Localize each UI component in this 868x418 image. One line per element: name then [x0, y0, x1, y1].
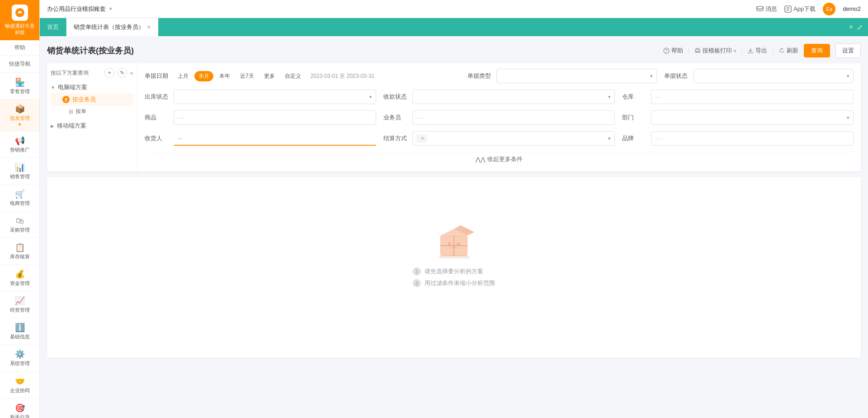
sidebar-search-label[interactable]: 帮助: [14, 44, 25, 52]
mobile-group-label: 移动端方案: [57, 122, 86, 130]
sales-label: 销售管理: [10, 174, 30, 180]
sidebar-search-section[interactable]: 帮助: [0, 40, 39, 56]
marketing-label: 营销推广: [10, 147, 30, 153]
tab-bar: 首页 销货单统计表（按业务员） × × ⤢: [40, 18, 868, 36]
print-dropdown-icon[interactable]: ▾: [734, 48, 736, 53]
message-icon: [756, 5, 764, 13]
date-btn-thisyear[interactable]: 本年: [215, 71, 234, 81]
filter-group-docstatus: 单据状态 ▾: [664, 69, 854, 83]
scheme-group-mobile: ▶ 移动端方案: [51, 120, 133, 132]
print-button[interactable]: 按模板打印 ▾: [694, 47, 736, 55]
scheme-group-desktop: ▼ 电脑端方案 按业务员 ⊞ 按单: [51, 81, 133, 117]
sales-icon: 📊: [15, 162, 25, 172]
export-button[interactable]: 导出: [747, 47, 767, 55]
date-btn-7days[interactable]: 近7天: [236, 71, 258, 81]
ecommerce-label: 电商管理: [10, 200, 30, 206]
scheme-collapse-btn[interactable]: «: [130, 69, 133, 76]
download-icon: [784, 5, 792, 13]
sidebar-item-retail[interactable]: 🏪 零售管理: [0, 73, 39, 100]
query-button[interactable]: 查询: [804, 44, 830, 57]
payment-select[interactable]: × ▾: [412, 131, 615, 146]
payment-tag-close[interactable]: ×: [421, 135, 424, 142]
sidebar-item-system[interactable]: ⚙️ 系统管理: [0, 345, 39, 371]
query-panel: 按以下方案查询 + ✎ « ▼ 电脑端方案: [47, 63, 861, 171]
retail-label: 零售管理: [10, 89, 30, 95]
svg-rect-6: [696, 51, 699, 52]
sidebar-item-ecommerce[interactable]: 🛒 电商管理: [0, 185, 39, 211]
sidebar-item-wholesale[interactable]: 📦 批发管理 ▲: [0, 100, 39, 131]
message-button[interactable]: 消息: [756, 5, 777, 13]
sidebar-item-operations[interactable]: 📈 经营管理: [0, 291, 39, 318]
scheme-sub-item-order[interactable]: ⊞ 按单: [51, 106, 133, 117]
sidebar-nav-section[interactable]: 快捷导航: [0, 56, 39, 73]
brand-label: 品牌: [622, 134, 647, 142]
marketing-icon: 📢: [15, 136, 25, 146]
scheme-add-icon[interactable]: +: [104, 68, 114, 78]
scheme-group-mobile-header[interactable]: ▶ 移动端方案: [51, 120, 133, 132]
department-select[interactable]: ▾: [651, 110, 854, 125]
date-btn-lastmonth[interactable]: 上月: [174, 71, 193, 81]
sidebar-logo[interactable]: 畅捷通好生意 标版: [0, 0, 39, 40]
scheme-panel-header: 按以下方案查询 + ✎ «: [51, 68, 133, 78]
scheme-group-desktop-header[interactable]: ▼ 电脑端方案: [51, 81, 133, 93]
salesperson-select[interactable]: ···: [412, 110, 615, 125]
date-btn-thismonth[interactable]: 本月: [194, 71, 213, 81]
tutorial-icon: 🎯: [15, 403, 25, 413]
warehouse-label: 仓库: [622, 93, 647, 101]
warehouse-select[interactable]: ···: [651, 90, 854, 104]
docstatus-select[interactable]: ▾: [693, 69, 854, 83]
sidebar-item-finance[interactable]: 💰 资金管理: [0, 265, 39, 291]
title-dropdown-icon[interactable]: ▾: [109, 6, 112, 12]
tab-maximize-btn[interactable]: ⤢: [857, 23, 863, 32]
consignee-input[interactable]: [174, 131, 376, 146]
empty-state: ? * 1 请先选择要分析的方案 2 用过滤条件来缩小分析范围: [47, 177, 861, 323]
sidebar-item-marketing[interactable]: 📢 营销推广: [0, 131, 39, 158]
date-btn-custom[interactable]: 自定义: [281, 71, 305, 81]
receiptstatus-select[interactable]: ▾: [412, 90, 615, 104]
brand-select[interactable]: ···: [651, 131, 854, 146]
sidebar-nav-label[interactable]: 快捷导航: [9, 58, 31, 70]
filter-row-4: 收货人 结算方式 × ▾ 品牌: [145, 131, 854, 146]
scheme-edit-icon[interactable]: ✎: [117, 68, 127, 78]
svg-point-13: [448, 242, 451, 245]
filter-group-goods: 商品 ···: [145, 110, 376, 125]
top-header-left: 办公用品行业模拟账套 ▾: [47, 5, 112, 13]
docstatus-chevron: ▾: [847, 73, 849, 79]
goods-more: ···: [178, 114, 184, 121]
outstatus-chevron: ▾: [369, 94, 372, 100]
purchase-icon: 🛍: [16, 216, 24, 226]
user-name[interactable]: demo2: [843, 5, 861, 12]
app-download-button[interactable]: App下载: [784, 5, 816, 13]
tab-home[interactable]: 首页: [40, 18, 66, 36]
doctype-select[interactable]: ▾: [496, 69, 657, 83]
tab-sales-stat-close[interactable]: ×: [147, 24, 151, 30]
goods-select[interactable]: ···: [174, 110, 376, 125]
scheme-item-salesperson[interactable]: 按业务员: [51, 93, 133, 106]
outstatus-select[interactable]: ▾: [174, 90, 376, 104]
finance-icon: 💰: [15, 269, 25, 279]
tutorial-label: 新手引导: [10, 414, 30, 418]
svg-point-7: [65, 98, 67, 100]
date-label: 单据日期: [145, 72, 170, 80]
refresh-button[interactable]: 刷新: [778, 47, 798, 55]
sidebar-item-basics[interactable]: ℹ️ 基础信息: [0, 318, 39, 345]
order-sub-icon: ⊞: [69, 109, 73, 115]
collapse-filter-btn[interactable]: ⋀⋀ 收起更多条件: [145, 152, 854, 166]
logo-text: 畅捷通好生意 标版: [2, 23, 37, 36]
sidebar-item-inventory[interactable]: 📋 库存核算: [0, 238, 39, 265]
date-btn-more[interactable]: 更多: [260, 71, 279, 81]
hint-num-1: 1: [413, 267, 421, 276]
divider3: [773, 47, 773, 55]
tab-close-btn[interactable]: ×: [849, 23, 853, 31]
sidebar-item-collab[interactable]: 🤝 企业协同: [0, 372, 39, 399]
help-button[interactable]: 帮助: [663, 47, 683, 55]
settings-button[interactable]: 设置: [835, 43, 861, 58]
sidebar-item-tutorial[interactable]: 🎯 新手引导: [0, 399, 39, 418]
receiptstatus-chevron: ▾: [608, 94, 611, 100]
sidebar-item-sales[interactable]: 📊 销售管理: [0, 158, 39, 185]
payment-chevron: ▾: [608, 136, 611, 142]
tab-sales-stat[interactable]: 销货单统计表（按业务员） ×: [66, 18, 158, 36]
sidebar-item-purchase[interactable]: 🛍 采购管理: [0, 212, 39, 238]
filter-row-2: 出库状态 ▾ 收款状态 ▾ 仓库: [145, 90, 854, 104]
user-avatar[interactable]: Ea: [823, 3, 835, 15]
